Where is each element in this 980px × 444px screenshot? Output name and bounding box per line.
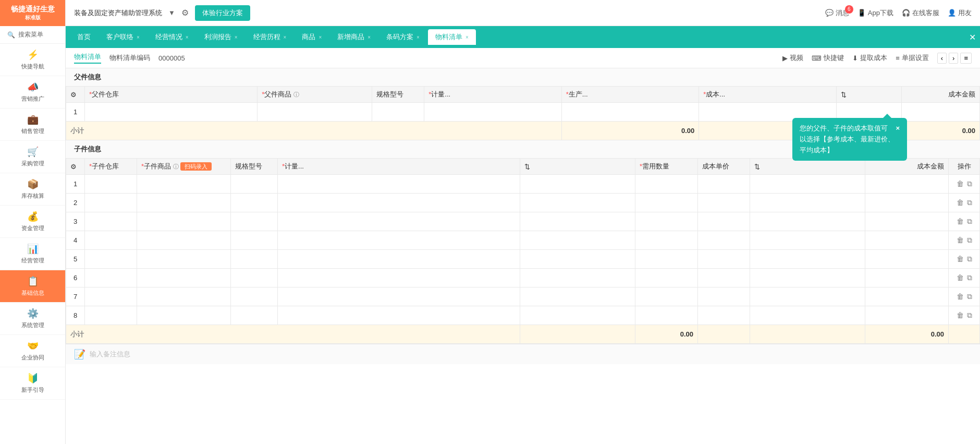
child-cell-unit-cost[interactable]: [697, 231, 750, 250]
child-cell-qty[interactable]: [635, 306, 697, 325]
child-cell-qty[interactable]: [635, 175, 697, 194]
sidebar-item-operation[interactable]: 📊 经营管理: [0, 238, 65, 270]
sidebar-item-collab[interactable]: 🤝 企业协同: [0, 335, 65, 367]
search-menu[interactable]: 🔍 搜索菜单: [0, 26, 65, 44]
child-cell-goods[interactable]: [137, 269, 231, 287]
view-action[interactable]: ▶ 视频: [782, 53, 803, 63]
child-cell-spec[interactable]: [231, 306, 278, 325]
sidebar-item-marketing[interactable]: 📣 营销推广: [0, 76, 65, 109]
settings-icon[interactable]: ⚙: [181, 8, 189, 18]
child-cell-spec[interactable]: [231, 231, 278, 250]
tab-operation-process-close[interactable]: ×: [284, 34, 287, 40]
child-cell-spec[interactable]: [231, 250, 278, 269]
child-cell-goods[interactable]: [137, 306, 231, 325]
child-cell-amount[interactable]: [865, 212, 949, 231]
tab-goods-close[interactable]: ×: [318, 34, 322, 40]
parent-cell-unit[interactable]: [424, 103, 561, 122]
child-cell-warehouse[interactable]: [85, 306, 137, 325]
child-cell-warehouse[interactable]: [85, 212, 137, 231]
child-cell-spec[interactable]: [231, 194, 278, 212]
copy-icon[interactable]: ⧉: [967, 311, 972, 320]
sidebar-item-basic-info[interactable]: 📋 基础信息: [0, 270, 65, 303]
child-cell-unit[interactable]: [278, 175, 520, 194]
child-cell-amount[interactable]: [865, 287, 949, 306]
sidebar-item-inventory[interactable]: 📦 库存核算: [0, 173, 65, 206]
delete-icon[interactable]: 🗑: [957, 292, 964, 301]
copy-icon[interactable]: ⧉: [967, 217, 972, 226]
tab-home[interactable]: 首页: [70, 29, 98, 45]
delete-icon[interactable]: 🗑: [957, 198, 964, 207]
system-dropdown[interactable]: ▼: [168, 9, 175, 17]
child-cell-unit[interactable]: [278, 212, 520, 231]
parent-cell-spec[interactable]: [372, 103, 424, 122]
child-cell-amount[interactable]: [865, 269, 949, 287]
child-cell-amount[interactable]: [865, 250, 949, 269]
expand-arrow[interactable]: ≡: [960, 53, 972, 64]
child-cell-unit-cost[interactable]: [697, 194, 750, 212]
close-all-tabs[interactable]: ✕: [969, 32, 976, 42]
tab-customers[interactable]: 客户联络 ×: [99, 29, 147, 45]
delete-icon[interactable]: 🗑: [957, 255, 964, 263]
child-col-settings[interactable]: ⚙: [66, 159, 85, 175]
tab-barcode[interactable]: 条码方案 ×: [379, 29, 427, 45]
child-cell-unit[interactable]: [278, 306, 520, 325]
child-cell-goods[interactable]: [137, 175, 231, 194]
child-cell-unit-cost[interactable]: [697, 175, 750, 194]
child-cell-unit-cost[interactable]: [697, 306, 750, 325]
child-cell-spec[interactable]: [231, 212, 278, 231]
tab-customers-close[interactable]: ×: [137, 34, 140, 40]
child-cell-unit-cost[interactable]: [697, 287, 750, 306]
parent-cell-warehouse[interactable]: [85, 103, 258, 122]
child-cell-warehouse[interactable]: [85, 269, 137, 287]
child-cell-qty[interactable]: [635, 194, 697, 212]
copy-icon[interactable]: ⧉: [967, 236, 972, 245]
sidebar-item-finance[interactable]: 💰 资金管理: [0, 206, 65, 238]
child-cell-unit[interactable]: [278, 269, 520, 287]
child-cell-amount[interactable]: [865, 231, 949, 250]
sidebar-item-sales[interactable]: 💼 销售管理: [0, 109, 65, 141]
tab-operation-status-close[interactable]: ×: [186, 34, 189, 40]
child-cell-qty[interactable]: [635, 212, 697, 231]
child-cell-unit-cost[interactable]: [697, 269, 750, 287]
child-cell-unit-cost[interactable]: [697, 212, 750, 231]
child-cell-amount[interactable]: [865, 175, 949, 194]
child-cell-unit[interactable]: [278, 194, 520, 212]
delete-icon[interactable]: 🗑: [957, 236, 964, 245]
tab-new-goods-close[interactable]: ×: [368, 34, 371, 40]
delete-icon[interactable]: 🗑: [957, 273, 964, 282]
parent-cell-production[interactable]: [561, 103, 699, 122]
child-cell-qty[interactable]: [635, 287, 697, 306]
scan-button[interactable]: 扫码录入: [180, 162, 212, 171]
tab-bom[interactable]: 物料清单 ×: [428, 29, 476, 45]
sidebar-item-guide[interactable]: 🔰 新手引导: [0, 367, 65, 400]
parent-cell-amount[interactable]: [902, 103, 980, 122]
extract-cost-action[interactable]: ⬇ 提取成本: [852, 53, 887, 63]
trial-button[interactable]: 体验行业方案: [195, 5, 250, 21]
child-cell-goods[interactable]: [137, 287, 231, 306]
tab-bom-close[interactable]: ×: [466, 34, 469, 40]
prev-arrow[interactable]: ‹: [937, 53, 947, 64]
child-cell-warehouse[interactable]: [85, 287, 137, 306]
delete-icon[interactable]: 🗑: [957, 179, 964, 188]
copy-icon[interactable]: ⧉: [967, 255, 972, 263]
tab-new-goods[interactable]: 新增商品 ×: [330, 29, 378, 45]
copy-icon[interactable]: ⧉: [967, 198, 972, 207]
copy-icon[interactable]: ⧉: [967, 179, 972, 188]
copy-icon[interactable]: ⧉: [967, 273, 972, 282]
single-setting-action[interactable]: ≡ 单据设置: [896, 53, 929, 63]
copy-icon[interactable]: ⧉: [967, 292, 972, 301]
child-cell-qty[interactable]: [635, 250, 697, 269]
child-cell-unit[interactable]: [278, 250, 520, 269]
sub-tab-bom-list[interactable]: 物料清单: [74, 52, 101, 64]
child-cell-spec[interactable]: [231, 175, 278, 194]
child-cell-spec[interactable]: [231, 269, 278, 287]
child-cell-amount[interactable]: [865, 194, 949, 212]
tab-operation-status[interactable]: 经营情况 ×: [148, 29, 196, 45]
sidebar-item-system[interactable]: ⚙️ 系统管理: [0, 303, 65, 335]
child-cell-unit[interactable]: [278, 287, 520, 306]
delete-icon[interactable]: 🗑: [957, 311, 964, 320]
tab-operation-process[interactable]: 经营历程 ×: [246, 29, 294, 45]
child-cell-amount[interactable]: [865, 306, 949, 325]
child-cell-goods[interactable]: [137, 194, 231, 212]
child-cell-goods[interactable]: [137, 250, 231, 269]
